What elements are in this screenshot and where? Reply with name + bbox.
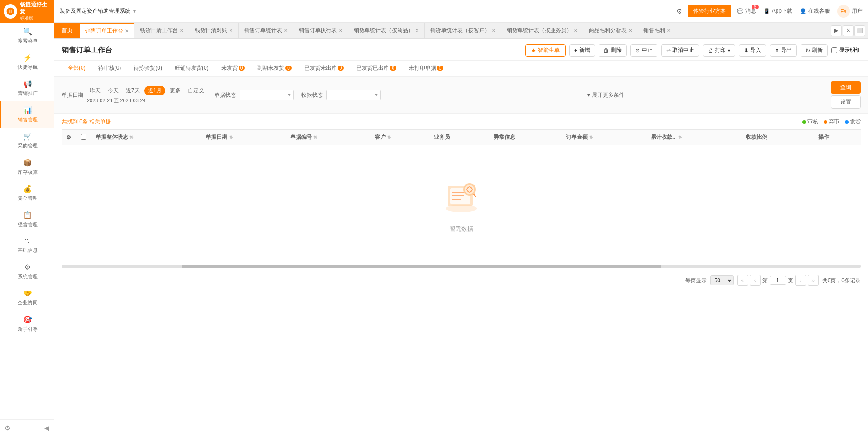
page-size-select[interactable]: 10 20 50 100 (710, 275, 734, 285)
sidebar-item-finance[interactable]: 💰 资金管理 (0, 180, 54, 206)
solution-button[interactable]: 体验行业方案 (688, 5, 731, 17)
settings-button[interactable]: 设置 (831, 95, 861, 109)
table-settings-icon[interactable]: ⚙ (66, 134, 71, 141)
page-input[interactable] (770, 276, 786, 285)
app-download-action[interactable]: 📱 App下载 (763, 7, 792, 15)
sidebar-item-search[interactable]: 🔍 搜索菜单 (0, 23, 54, 49)
message-action[interactable]: 💬 消息 6 (737, 7, 756, 15)
prev-page-button[interactable]: ‹ (750, 275, 761, 286)
table-scroll-wrapper[interactable]: ⚙ 单据整体状态 ⇅ 单据日期 ⇅ (62, 129, 861, 260)
tab-label-4: 销售订单执行表 (299, 27, 337, 34)
add-button[interactable]: + 新增 (569, 44, 595, 57)
tab-profit-analysis[interactable]: 商品毛利分析表 ✕ (583, 23, 638, 39)
print-button[interactable]: 🖨 打印 ▾ (703, 44, 735, 57)
select-all-checkbox[interactable] (81, 134, 86, 140)
tabs-scroll-right-btn[interactable]: ▶ (831, 25, 842, 36)
filter-tab-pending-check[interactable]: 待拣验货(0) (127, 61, 168, 76)
tab-close-4[interactable]: ✕ (339, 28, 342, 33)
sort-status-icon[interactable]: ⇅ (129, 135, 133, 140)
sidebar-item-base[interactable]: 🗂 基础信息 (0, 232, 54, 258)
tab-close-8[interactable]: ✕ (628, 28, 632, 33)
payment-label: 收款状态 (301, 91, 323, 99)
sort-date-icon[interactable]: ⇅ (229, 135, 233, 140)
sidebar-item-operations[interactable]: 📋 经营管理 (0, 206, 54, 232)
next-page-button[interactable]: › (795, 275, 806, 286)
sidebar-item-marketing[interactable]: 📢 营销推广 (0, 75, 54, 101)
tab-close-2[interactable]: ✕ (229, 28, 233, 33)
cancel-stop-button[interactable]: ↩ 取消中止 (661, 44, 699, 57)
tab-sales-order-workbench[interactable]: 销售订单工作台 ✕ (80, 23, 134, 39)
topbar-gear-icon[interactable]: ⚙ (676, 8, 682, 15)
online-service-action[interactable]: 👤 在线客服 (800, 7, 830, 15)
sidebar-item-system[interactable]: ⚙ 系统管理 (0, 258, 54, 284)
tab-sales-goods[interactable]: 销货单统计表（按商品） ✕ (348, 23, 425, 39)
detail-checkbox[interactable] (831, 47, 837, 53)
tab-close-9[interactable]: ✕ (667, 28, 671, 33)
batch-review[interactable]: 审核 (802, 118, 818, 126)
filter-tab-not-shipped[interactable]: 未发货0 (215, 61, 251, 76)
tab-sales-customer[interactable]: 销货单统计表（按客户） ✕ (425, 23, 501, 39)
tab-daily-clear[interactable]: 钱货日清工作台 ✕ (134, 23, 189, 39)
sort-collected-icon[interactable]: ⇅ (678, 135, 682, 140)
first-page-button[interactable]: « (737, 275, 748, 286)
tab-close-3[interactable]: ✕ (284, 28, 288, 33)
tab-daily-reconcile[interactable]: 钱货日清对账 ✕ (189, 23, 239, 39)
settings-bottom-icon[interactable]: ⚙ (5, 424, 10, 431)
smart-create-button[interactable]: ★ 智能生单 (525, 44, 566, 57)
refresh-button[interactable]: ↻ 刷新 (801, 44, 828, 57)
horizontal-scrollbar-thumb[interactable] (182, 265, 661, 268)
export-button[interactable]: ⬆ 导出 (770, 44, 797, 57)
import-button[interactable]: ⬇ 导入 (739, 44, 766, 57)
status-select[interactable] (240, 90, 294, 100)
date-option-1month[interactable]: 近1月 (144, 86, 166, 95)
sidebar-item-guide[interactable]: 🎯 新手引导 (0, 311, 54, 337)
tab-close-6[interactable]: ✕ (492, 28, 495, 33)
tab-close-7[interactable]: ✕ (574, 28, 577, 33)
module-chevron-icon[interactable]: ▾ (133, 8, 136, 14)
date-option-7days[interactable]: 近7天 (123, 86, 143, 95)
tab-sales-stats[interactable]: 销售订单统计表 ✕ (239, 23, 293, 39)
search-icon: 🔍 (23, 27, 32, 36)
sidebar-item-collab[interactable]: 🤝 企业协同 (0, 284, 54, 311)
sort-number-icon[interactable]: ⇅ (313, 135, 317, 140)
sort-customer-icon[interactable]: ⇅ (387, 135, 391, 140)
date-option-custom[interactable]: 自定义 (185, 86, 207, 95)
tab-close-5[interactable]: ✕ (415, 28, 419, 33)
sidebar-item-inventory[interactable]: 📦 库存核算 (0, 154, 54, 180)
sidebar-item-quicknav[interactable]: ⚡ 快捷导航 (0, 49, 54, 75)
batch-revoke[interactable]: 弃审 (824, 118, 839, 126)
expand-conditions-button[interactable]: ▾ 展开更多条件 (587, 91, 624, 99)
tabs-maximize-btn[interactable]: ⬜ (854, 25, 865, 36)
tab-sales-margin[interactable]: 销售毛利 ✕ (638, 23, 676, 39)
sort-amount-icon[interactable]: ⇅ (589, 135, 593, 140)
batch-ship[interactable]: 发货 (845, 118, 861, 126)
delete-button[interactable]: 🗑 删除 (599, 44, 627, 57)
sidebar-item-sales[interactable]: 📊 销售管理 (0, 101, 54, 128)
detail-checkbox-label[interactable]: 显示明细 (831, 47, 861, 54)
tabs-close-all-btn[interactable]: ✕ (843, 25, 854, 36)
payment-select[interactable] (326, 90, 381, 100)
filter-tab-shipped-not-out[interactable]: 已发货未出库0 (298, 61, 350, 76)
tab-sales-exec[interactable]: 销售订单执行表 ✕ (293, 23, 348, 39)
filter-tab-all[interactable]: 全部(0) (62, 61, 92, 76)
filter-tab-shop-pending-ship[interactable]: 旺铺待发货(0) (168, 61, 215, 76)
last-page-button[interactable]: » (808, 275, 819, 286)
guide-icon: 🎯 (23, 315, 32, 324)
stop-button[interactable]: ⊙ 中止 (630, 44, 657, 57)
tab-home[interactable]: 首页 (54, 23, 80, 39)
filter-tab-pending-review[interactable]: 待审核(0) (92, 61, 128, 76)
page-content: 销售订单工作台 ★ 智能生单 + 新增 🗑 删除 ⊙ 中止 (54, 39, 868, 436)
tab-close-0[interactable]: ✕ (125, 28, 129, 33)
collapse-icon[interactable]: ◀ (44, 424, 49, 431)
filter-tab-shipped-out[interactable]: 已发货已出库0 (350, 61, 403, 76)
date-option-yesterday[interactable]: 昨天 (87, 86, 103, 95)
tab-close-1[interactable]: ✕ (180, 28, 183, 33)
filter-tab-overdue-ship[interactable]: 到期未发货0 (251, 61, 298, 76)
tab-sales-salesperson[interactable]: 销货单统计表（按业务员） ✕ (501, 23, 583, 39)
query-button[interactable]: 查询 (831, 81, 861, 94)
filter-tab-not-printed[interactable]: 未打印单据0 (403, 61, 450, 76)
date-option-today[interactable]: 今天 (105, 86, 121, 95)
sidebar-item-purchase[interactable]: 🛒 采购管理 (0, 128, 54, 154)
date-option-more[interactable]: 更多 (167, 86, 183, 95)
user-action[interactable]: Ea 用户 (837, 5, 863, 18)
